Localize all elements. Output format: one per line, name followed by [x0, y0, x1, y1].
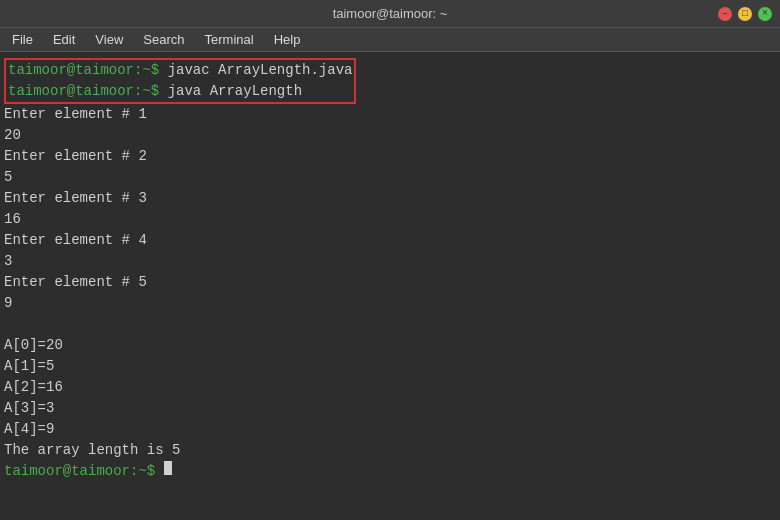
output-a4: A[4]=9: [4, 419, 54, 440]
terminal-line-6: 5: [4, 167, 776, 188]
minimize-button[interactable]: –: [718, 7, 732, 21]
menu-terminal[interactable]: Terminal: [197, 30, 262, 49]
menu-file[interactable]: File: [4, 30, 41, 49]
terminal-line-10: 3: [4, 251, 776, 272]
output-a3: A[3]=3: [4, 398, 54, 419]
output-11: Enter element # 5: [4, 272, 147, 293]
command-1: javac ArrayLength.java: [168, 60, 353, 81]
output-9: Enter element # 4: [4, 230, 147, 251]
output-5: Enter element # 2: [4, 146, 147, 167]
output-7: Enter element # 3: [4, 188, 147, 209]
output-length: The array length is 5: [4, 440, 180, 461]
terminal-line-length: The array length is 5: [4, 440, 776, 461]
terminal-line-a3: A[3]=3: [4, 398, 776, 419]
window-controls[interactable]: – □ ×: [718, 7, 772, 21]
terminal-line-a0: A[0]=20: [4, 335, 776, 356]
terminal-line-1: taimoor@taimoor:~$ javac ArrayLength.jav…: [8, 60, 352, 81]
output-10: 3: [4, 251, 12, 272]
output-3: Enter element # 1: [4, 104, 147, 125]
terminal-line-9: Enter element # 4: [4, 230, 776, 251]
output-6: 5: [4, 167, 12, 188]
window-title: taimoor@taimoor: ~: [333, 6, 448, 21]
terminal-line-a4: A[4]=9: [4, 419, 776, 440]
command-2: java ArrayLength: [168, 81, 302, 102]
output-12: 9: [4, 293, 12, 314]
terminal-line-12: 9: [4, 293, 776, 314]
output-a0: A[0]=20: [4, 335, 63, 356]
menu-edit[interactable]: Edit: [45, 30, 83, 49]
terminal-body[interactable]: taimoor@taimoor:~$ javac ArrayLength.jav…: [0, 52, 780, 520]
terminal-line-a2: A[2]=16: [4, 377, 776, 398]
terminal-line-11: Enter element # 5: [4, 272, 776, 293]
output-blank: [4, 314, 12, 335]
cursor: [164, 461, 172, 475]
output-8: 16: [4, 209, 21, 230]
maximize-button[interactable]: □: [738, 7, 752, 21]
terminal-line-4: 20: [4, 125, 776, 146]
output-4: 20: [4, 125, 21, 146]
menu-help[interactable]: Help: [266, 30, 309, 49]
prompt-1: taimoor@taimoor:~$: [8, 60, 168, 81]
terminal-line-a1: A[1]=5: [4, 356, 776, 377]
terminal-line-2: taimoor@taimoor:~$ java ArrayLength: [8, 81, 352, 102]
terminal-line-3: Enter element # 1: [4, 104, 776, 125]
output-a1: A[1]=5: [4, 356, 54, 377]
terminal-line-8: 16: [4, 209, 776, 230]
highlighted-block: taimoor@taimoor:~$ javac ArrayLength.jav…: [4, 58, 356, 104]
close-button[interactable]: ×: [758, 7, 772, 21]
menu-bar: File Edit View Search Terminal Help: [0, 28, 780, 52]
prompt-final: taimoor@taimoor:~$: [4, 461, 164, 482]
output-a2: A[2]=16: [4, 377, 63, 398]
title-bar: taimoor@taimoor: ~ – □ ×: [0, 0, 780, 28]
menu-search[interactable]: Search: [135, 30, 192, 49]
prompt-2: taimoor@taimoor:~$: [8, 81, 168, 102]
terminal-line-5: Enter element # 2: [4, 146, 776, 167]
terminal-line-final: taimoor@taimoor:~$: [4, 461, 776, 482]
menu-view[interactable]: View: [87, 30, 131, 49]
terminal-line-7: Enter element # 3: [4, 188, 776, 209]
terminal-line-blank: [4, 314, 776, 335]
